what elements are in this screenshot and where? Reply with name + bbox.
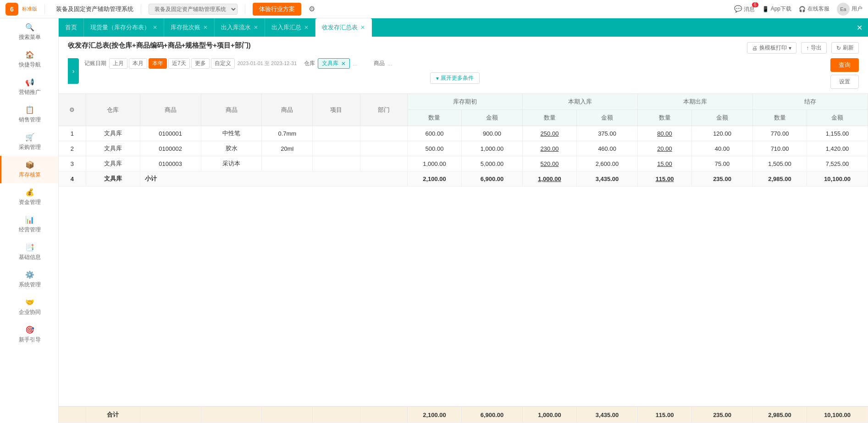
date-range: 2023-01-01 至 2023-12-31	[238, 60, 297, 67]
cell-opening-amt: 900.00	[462, 126, 523, 141]
th-out-qty: 数量	[637, 110, 691, 126]
cell-subtotal-out-qty[interactable]: 115.00	[637, 171, 691, 187]
cell-in-qty[interactable]: 520.00	[522, 156, 576, 171]
system-selector[interactable]: 装备及固定资产辅助管理系统	[149, 4, 238, 15]
sidebar: 🔍 搜索菜单 🏠 快捷导航 📢 营销推广 📋 销售管理 🛒 采购管理 📦	[0, 18, 59, 423]
sidebar-item-basic-info[interactable]: 📑 基础信息	[0, 238, 58, 266]
cell-in-qty[interactable]: 230.00	[522, 141, 576, 156]
cell-subtotal-in-qty[interactable]: 1,000.00	[522, 171, 576, 187]
cell-in-qty[interactable]: 250.00	[522, 126, 576, 141]
th-spec: 商品	[262, 94, 313, 126]
cell-opening-amt: 1,000.00	[462, 141, 523, 156]
footer-total: 合计 2,100.00 6,900.00 1,000.00 3,435.00 1…	[59, 406, 868, 423]
cell-out-qty[interactable]: 20.00	[637, 141, 691, 156]
filter-bar: › 记账日期 上月 本月 本年 近7天	[68, 58, 859, 93]
total-balance-qty: 2,985.00	[752, 407, 807, 423]
tab-close-stock-dist[interactable]: ✕	[153, 24, 157, 31]
cell-no: 3	[59, 156, 86, 171]
cell-code: 0100001	[140, 126, 201, 141]
query-btn[interactable]: 查询	[830, 58, 859, 72]
cell-balance-qty: 1,505.00	[752, 156, 807, 171]
tab-close-in-out-flow[interactable]: ✕	[254, 24, 258, 31]
tab-in-out-summary[interactable]: 出入库汇总 ✕	[265, 18, 315, 37]
th-in-qty: 数量	[522, 110, 576, 126]
date-btn-more[interactable]: 更多	[191, 58, 210, 69]
cell-out-qty[interactable]: 80.00	[637, 126, 691, 141]
table-row: 1 文具库 0100001 中性笔 0.7mm 600.00 900.00 25…	[59, 126, 868, 141]
tab-home[interactable]: 首页	[59, 18, 84, 37]
refresh-btn[interactable]: ↻ 刷新	[831, 42, 859, 54]
cell-warehouse: 文具库	[86, 156, 140, 171]
sidebar-item-guide[interactable]: 🎯 新手引导	[0, 321, 58, 348]
total-empty-1	[59, 407, 86, 423]
sidebar-item-enterprise[interactable]: 🤝 企业协同	[0, 293, 58, 321]
cell-dept	[360, 156, 407, 171]
summary-table: ⚙ 仓库 商品 商品 商品 项目 部门 库存期初 本期入库 本期出库	[59, 94, 868, 187]
enterprise-icon: 🤝	[25, 298, 34, 307]
date-btn-last-month[interactable]: 上月	[109, 58, 127, 69]
goods-more[interactable]: ...	[387, 60, 392, 67]
messages-btn[interactable]: 💬 6 消息	[734, 5, 754, 13]
cell-out-qty[interactable]: 15.00	[637, 156, 691, 171]
sidebar-item-inventory[interactable]: 📦 库存核算	[0, 156, 58, 183]
tab-close-batch[interactable]: ✕	[203, 24, 208, 31]
th-balance-amt: 金额	[807, 110, 868, 126]
th-opening-amt: 金额	[462, 110, 523, 126]
cell-dept	[360, 141, 407, 156]
table-row: 2 文具库 0100002 胶水 20ml 500.00 1,000.00 23…	[59, 141, 868, 156]
basic-info-icon: 📑	[25, 243, 34, 252]
tab-batch[interactable]: 库存批次账 ✕	[164, 18, 215, 37]
page-title: 收发存汇总表(按仓库+商品编码+商品+规格型号+项目+部门)	[68, 41, 251, 50]
print-template-btn[interactable]: 🖨 换模板打印 ▾	[747, 42, 796, 54]
warehouse-tag[interactable]: 文具库 ✕	[318, 58, 350, 69]
export-btn[interactable]: ↑ 导出	[801, 42, 827, 54]
sidebar-item-system[interactable]: ⚙️ 系统管理	[0, 266, 58, 293]
sidebar-item-operations[interactable]: 📊 经营管理	[0, 211, 58, 238]
sidebar-item-quick-nav[interactable]: 🏠 快捷导航	[0, 46, 58, 73]
th-out-amt: 金额	[692, 110, 753, 126]
filter-toggle-btn[interactable]: ›	[68, 58, 79, 84]
cell-subtotal-label: 小计	[140, 171, 407, 187]
sidebar-item-sales[interactable]: 📋 销售管理	[0, 101, 58, 128]
cell-balance-amt: 7,525.00	[807, 156, 868, 171]
tab-stock-dist[interactable]: 现货量（库存分布表） ✕	[84, 18, 164, 37]
warehouse-more[interactable]: ...	[353, 60, 357, 67]
date-btn-this-month[interactable]: 本月	[129, 58, 147, 69]
th-in-amt: 金额	[577, 110, 638, 126]
cell-subtotal-balance-amt: 10,100.00	[807, 171, 868, 187]
settings-icon[interactable]: ⚙	[309, 5, 315, 13]
cell-in-amt: 460.00	[577, 141, 638, 156]
total-out-qty: 115.00	[637, 407, 691, 423]
col-settings-icon[interactable]: ⚙	[59, 94, 86, 126]
online-support-btn[interactable]: 🎧 在线客服	[799, 5, 829, 13]
cell-subtotal-balance-qty: 2,985.00	[752, 171, 807, 187]
total-in-qty: 1,000.00	[522, 407, 576, 423]
sidebar-item-search[interactable]: 🔍 搜索菜单	[0, 18, 58, 46]
cell-subtotal-in-amt: 3,435.00	[577, 171, 638, 187]
total-label: 合计	[86, 407, 140, 423]
th-opening: 库存期初	[407, 94, 522, 110]
app-download-btn[interactable]: 📱 App下载	[762, 5, 791, 13]
sidebar-item-finance[interactable]: 💰 资金管理	[0, 183, 58, 211]
date-btn-this-year[interactable]: 本年	[149, 58, 167, 69]
expand-conditions-btn[interactable]: ▾ 展开更多条件	[430, 72, 480, 84]
tab-close-in-out-summary[interactable]: ✕	[304, 24, 309, 31]
filter-settings-btn[interactable]: 设置	[830, 75, 859, 89]
app-tag: 标准版	[22, 6, 37, 12]
tab-close-receipt-summary[interactable]: ✕	[360, 24, 365, 31]
table-settings-icon[interactable]: ⚙	[69, 106, 75, 113]
tab-bar-close-btn[interactable]: ✕	[851, 23, 868, 32]
warehouse-remove-icon[interactable]: ✕	[341, 60, 346, 67]
cell-in-amt: 375.00	[577, 126, 638, 141]
sidebar-item-marketing[interactable]: 📢 营销推广	[0, 73, 58, 101]
tab-in-out-flow[interactable]: 出入库流水 ✕	[215, 18, 265, 37]
operations-icon: 📊	[25, 215, 34, 224]
sidebar-item-purchase[interactable]: 🛒 采购管理	[0, 128, 58, 156]
experience-btn[interactable]: 体验行业方案	[253, 3, 301, 16]
cell-project	[313, 126, 360, 141]
date-btn-custom[interactable]: 自定义	[211, 58, 235, 69]
date-btn-7days[interactable]: 近7天	[168, 58, 190, 69]
chevron-down-icon: ▾	[436, 75, 439, 82]
user-avatar[interactable]: Ea 用户	[837, 3, 862, 16]
tab-receipt-summary[interactable]: 收发存汇总表 ✕	[315, 18, 372, 37]
